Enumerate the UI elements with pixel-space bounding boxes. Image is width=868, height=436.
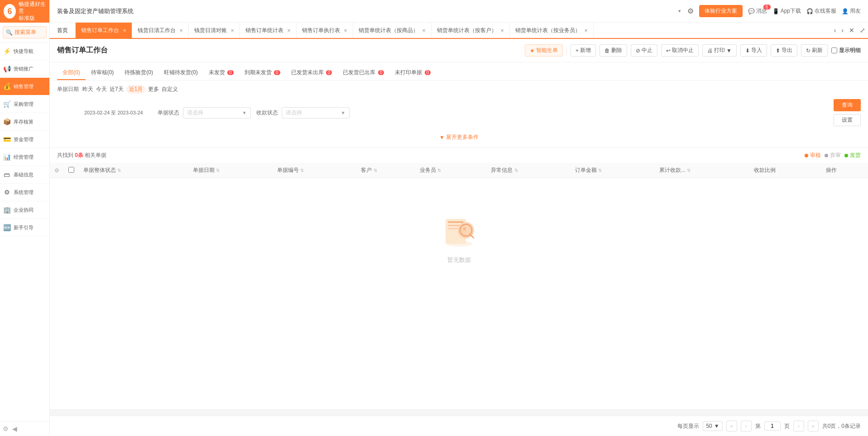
col-staff[interactable]: 业务员 ⇅ [415,163,487,178]
app-download-btn[interactable]: 📱 App下载 [772,7,801,15]
date-link-more[interactable]: 更多 [148,85,159,93]
suspend-btn[interactable]: ⊘ 中止 [631,44,657,57]
sub-tab-shipped-not-stocked[interactable]: 已发货未出库 0 [286,66,338,80]
sub-tab-all[interactable]: 全部(0) [57,66,86,80]
nav-inventory[interactable]: 📦 库存核算 [0,113,49,131]
col-number[interactable]: 单据编号 ⇅ [273,163,357,178]
tab-sales-summary-staff[interactable]: 销货单统计表（按业务员） ✕ [510,23,594,38]
collapse-sidebar-icon[interactable]: ◀ [12,425,17,432]
review-action[interactable]: 审核 [805,152,821,159]
date-link-yesterday[interactable]: 昨天 [82,85,93,93]
close-tab-cash-reconcile[interactable]: ✕ [230,28,234,33]
tab-sales-exec[interactable]: 销售订单执行表 ✕ [297,23,353,38]
sub-tab-shipped-stocked[interactable]: 已发货已出库 0 [337,66,389,80]
page-size-dropdown[interactable]: 50 ▼ [703,421,722,431]
col-status[interactable]: 单据整体状态 ⇅ [79,163,188,178]
col-exception[interactable]: 异常信息 ⇅ [486,163,571,178]
cancel-review-action[interactable]: 弃审 [825,152,841,159]
new-btn[interactable]: + 新增 [571,44,596,57]
tab-home[interactable]: 首页 [50,23,76,38]
tab-cash-daily[interactable]: 钱货日清工作台 ✕ [132,23,189,38]
close-tab-sales-stat[interactable]: ✕ [287,28,291,33]
tab-scroll-left[interactable]: ‹ [831,23,839,38]
expired-badge: 0 [274,70,280,75]
sub-tab-not-shipped[interactable]: 未发货 0 [203,66,239,80]
user-menu-btn[interactable]: 👤 用友 [842,7,861,15]
first-page-btn[interactable]: « [726,421,737,431]
smart-order-btn[interactable]: ★ 智能生单 [525,44,563,57]
col-collected[interactable]: 累计收款... ⇅ [655,163,749,178]
nav-purchase[interactable]: 🛒 采购管理 [0,95,49,113]
cancel-suspend-btn[interactable]: ↩ 取消中止 [661,44,699,57]
horizontal-scrollbar[interactable] [50,409,868,416]
col-amount[interactable]: 订单金额 ⇅ [571,163,655,178]
delete-btn[interactable]: 🗑 删除 [599,44,627,57]
tab-maximize[interactable]: ⤢ [857,23,868,38]
close-tab-sales-workbench[interactable]: ✕ [123,28,126,33]
show-detail-checkbox[interactable] [831,47,837,53]
close-tab-summary-product[interactable]: ✕ [422,28,426,33]
sub-tab-wangpu[interactable]: 旺铺待发货(0) [158,66,203,80]
message-btn[interactable]: 💬 6 消息 [748,7,767,15]
settings-gear-icon[interactable]: ⚙ [3,425,9,432]
date-link-7days[interactable]: 近7天 [110,85,124,93]
guide-icon: 🆕 [3,223,11,232]
sub-tab-pending-review[interactable]: 待审核(0) [86,66,120,80]
prev-page-btn[interactable]: ‹ [741,421,752,431]
sub-tab-not-printed[interactable]: 未打印单据 0 [389,66,436,80]
set-btn[interactable]: 设置 [834,114,861,126]
date-link-1month[interactable]: 近1月 [126,85,146,94]
date-link-today[interactable]: 今天 [96,85,107,93]
pagination-bar: 每页显示 50 ▼ « ‹ 第 页 › » 共0页，0条记录 [50,416,868,436]
industry-btn[interactable]: 体验行业方案 [699,5,743,17]
nav-guide[interactable]: 🆕 新手引导 [0,219,49,237]
online-service-btn[interactable]: 🎧 在线客服 [806,7,836,15]
print-btn[interactable]: 🖨 打印 ▼ [702,44,737,57]
nav-system[interactable]: ⚙ 系统管理 [0,184,49,201]
sub-tab-expired[interactable]: 到期未发货 0 [239,66,286,80]
close-tab-sales-exec[interactable]: ✕ [344,28,347,33]
ship-action[interactable]: 发货 [844,152,861,159]
col-date[interactable]: 单据日期 ⇅ [188,163,273,178]
tab-close-all[interactable]: ✕ [846,23,857,38]
tab-sales-summary-customer[interactable]: 销货单统计表（按客户） ✕ [432,23,510,38]
nav-quick[interactable]: ⚡ 快捷导航 [0,43,49,60]
nav-base-info[interactable]: 🗃 基础信息 [0,166,49,184]
show-detail-checkbox-label[interactable]: 显示明细 [831,47,861,54]
star-icon: ★ [530,47,535,54]
nav-capital[interactable]: 💳 资金管理 [0,131,49,148]
svg-rect-3 [448,225,460,226]
select-all-checkbox[interactable] [68,167,74,173]
close-tab-summary-staff[interactable]: ✕ [584,28,588,33]
page-header: 销售订单工作台 ★ 智能生单 + 新增 🗑 删除 [50,39,868,62]
nav-marketing[interactable]: 📢 营销推广 [0,60,49,78]
search-menu-button[interactable]: 🔍 搜索菜单 [3,26,47,38]
tab-sales-summary-product[interactable]: 销货单统计表（按商品） ✕ [353,23,432,38]
close-tab-summary-customer[interactable]: ✕ [500,28,504,33]
print-icon: 🖨 [707,47,713,54]
export-btn[interactable]: ⬆ 导出 [771,44,797,57]
query-btn[interactable]: 查询 [834,99,861,111]
tab-scroll-right[interactable]: › [839,23,846,38]
nav-operations[interactable]: 📊 经营管理 [0,148,49,166]
tab-sales-workbench[interactable]: 销售订单工作台 ✕ [76,23,132,38]
status-select[interactable]: 请选择 ▼ [183,107,251,118]
col-customer[interactable]: 客户 ⇅ [356,163,415,178]
last-page-btn[interactable]: » [808,421,819,431]
next-page-btn[interactable]: › [793,421,804,431]
col-settings[interactable]: ⚙ [50,163,64,178]
payment-select[interactable]: 请选择 ▼ [282,107,350,118]
page-toolbar: ★ 智能生单 + 新增 🗑 删除 ⊘ 中止 [525,44,861,57]
refresh-btn[interactable]: ↻ 刷新 [801,44,828,57]
date-link-custom[interactable]: 自定义 [162,85,178,93]
settings-icon[interactable]: ⚙ [687,7,694,15]
expand-conditions-btn[interactable]: ▼ 展开更多条件 [439,133,479,141]
nav-sales[interactable]: 💰 销售管理 [0,78,49,95]
tab-sales-stat[interactable]: 销售订单统计表 ✕ [240,23,297,38]
import-btn[interactable]: ⬇ 导入 [740,44,767,57]
sub-tab-pending-inspect[interactable]: 待拣验货(0) [119,66,158,80]
tab-cash-reconcile[interactable]: 钱货日清对账 ✕ [189,23,240,38]
close-tab-cash-daily[interactable]: ✕ [179,28,183,33]
nav-enterprise[interactable]: 🏢 企业协同 [0,201,49,219]
page-number-input[interactable] [764,422,781,431]
